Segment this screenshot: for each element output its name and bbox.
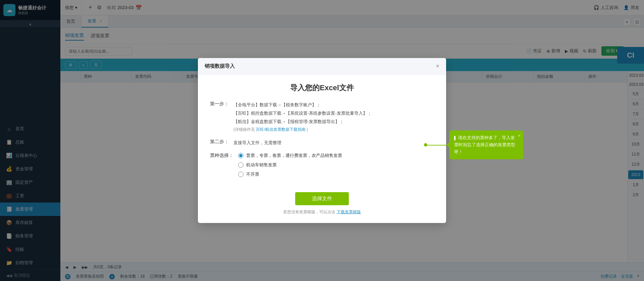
radio-r3[interactable] xyxy=(238,172,244,177)
step1-link-paren-open: (详细操作见 xyxy=(233,127,255,132)
modal-header: 销项数据导入 × xyxy=(198,58,446,75)
step1-row: 第一步： 【全电平台】数据下载→【税务数字账户】； 【百旺】税控盘数据下载→【系… xyxy=(210,101,434,133)
modal-main-title: 导入您的Excel文件 xyxy=(210,83,434,93)
ticket-label: 票种选择： xyxy=(210,153,233,177)
download-hint: 若您没有发票模版，可以点击 下载发票模版 xyxy=(198,209,446,215)
radio-label-r1[interactable]: 普票，专票，卷票，通行费发票，农产品销售发票 xyxy=(246,153,342,159)
radio-label-r3[interactable]: 不开票 xyxy=(246,171,259,177)
step1-content: 【全电平台】数据下载→【税务数字账户】； 【百旺】税控盘数据下载→【系统设置-系… xyxy=(233,101,372,133)
select-file-button[interactable]: 选择文件 xyxy=(295,192,349,205)
tooltip-connector-line xyxy=(427,145,447,146)
modal-close-button[interactable]: × xyxy=(436,63,439,70)
step1-line2: 【百旺】税控盘数据下载→【系统设置-系统参数设置-发票批量导入】； xyxy=(233,109,372,118)
step2-row: 第二步： 直接导入文件，无需整理 xyxy=(210,139,434,147)
tooltip-bubble: × 现在支持的票种多了，导入发票时别忘了选择正确的发票类型呀！ xyxy=(449,130,523,159)
radio-r1[interactable] xyxy=(238,153,244,158)
tooltip-close-btn[interactable]: × xyxy=(518,132,521,139)
modal-overlay: 销项数据导入 × 导入您的Excel文件 第一步： 【全电平台】数据下载→【税务… xyxy=(0,0,644,281)
step1-guide-link-row: (详细操作见 百旺/航信发票数据下载指南 ) xyxy=(233,126,372,133)
import-modal: 销项数据导入 × 导入您的Excel文件 第一步： 【全电平台】数据下载→【税务… xyxy=(198,58,446,223)
step1-label: 第一步： xyxy=(210,101,230,133)
radio-group: 普票，专票，卷票，通行费发票，农产品销售发票 机动车销售发票 不开票 xyxy=(238,153,342,177)
download-hint-prefix: 若您没有发票模版，可以点击 xyxy=(283,210,335,214)
radio-r2[interactable] xyxy=(238,162,244,168)
download-template-link[interactable]: 下载发票模版 xyxy=(337,210,361,214)
radio-row-r1: 普票，专票，卷票，通行费发票，农产品销售发票 xyxy=(238,153,342,159)
ticket-row: 票种选择： 普票，专票，卷票，通行费发票，农产品销售发票 机动车销售发票 不开票 xyxy=(210,153,434,177)
radio-row-r2: 机动车销售发票 xyxy=(238,162,342,168)
modal-title: 销项数据导入 xyxy=(205,63,235,69)
radio-label-r2[interactable]: 机动车销售发票 xyxy=(246,162,277,168)
step1-guide-link[interactable]: 百旺/航信发票数据下载指南 xyxy=(256,127,305,132)
step1-link-paren-close: ) xyxy=(307,127,308,132)
step2-label: 第二步： xyxy=(210,139,230,147)
step2-content: 直接导入文件，无需整理 xyxy=(233,139,281,147)
modal-body: 导入您的Excel文件 第一步： 【全电平台】数据下载→【税务数字账户】； 【百… xyxy=(198,75,446,192)
tooltip-text: 现在支持的票种多了，导入发票时别忘了选择正确的发票类型呀！ xyxy=(454,135,515,154)
modal-footer: 选择文件 若您没有发票模版，可以点击 下载发票模版 xyxy=(198,192,446,223)
radio-row-r3: 不开票 xyxy=(238,171,342,177)
step1-line3: 【航信】金税盘数据下载→【报税管理-发票数据导出】； xyxy=(233,118,372,126)
step1-line1: 【全电平台】数据下载→【税务数字账户】； xyxy=(233,101,372,109)
ticket-select-section: 票种选择： 普票，专票，卷票，通行费发票，农产品销售发票 机动车销售发票 不开票 xyxy=(210,153,434,177)
tooltip-bar-accent xyxy=(454,136,455,140)
